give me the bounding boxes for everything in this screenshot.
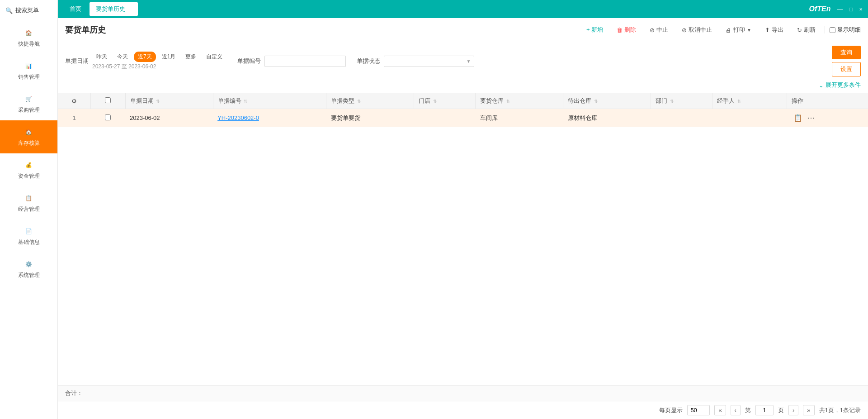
sidebar-item-purchase[interactable]: 🛒 采购管理 <box>0 87 57 120</box>
expand-more-btn[interactable]: ⌄ 展开更多条件 <box>819 81 861 89</box>
date-btn-yesterday[interactable]: 昨天 <box>92 52 111 62</box>
sort-handler-icon: ⇅ <box>737 99 741 104</box>
sidebar-item-sales[interactable]: 📊 销售管理 <box>0 54 57 87</box>
sidebar-item-system[interactable]: ⚙️ 系统管理 <box>0 252 57 286</box>
window-maximize-btn[interactable]: □ <box>849 6 853 13</box>
status-select-wrap: ▼ <box>384 56 474 67</box>
doc-no-link[interactable]: YH-20230602-0 <box>217 114 259 121</box>
th-handler[interactable]: 经手人 ⇅ <box>712 93 787 109</box>
tab-home[interactable]: 首页 <box>63 2 88 16</box>
action-buttons: 查询 设置 <box>832 46 861 76</box>
date-filter-label: 单据日期 <box>65 57 89 65</box>
money-icon: 💰 <box>24 160 34 171</box>
table-wrap: ⚙ 单据日期 ⇅ 单据编号 ⇅ 单据类型 <box>58 93 868 385</box>
row-doc-type: 要货单要货 <box>326 109 414 127</box>
expand-icon: ⌄ <box>819 82 824 89</box>
print-button[interactable]: 🖨 打印 ▼ <box>721 24 756 36</box>
filter-row: 单据日期 昨天 今天 近7天 近1月 更多 自定义 2023-05-27 至 2… <box>65 46 861 76</box>
date-range-text: 2023-05-27 至 2023-06-02 <box>92 63 226 71</box>
delete-button[interactable]: 🗑 删除 <box>612 24 641 36</box>
topbar-tabs: 首页 要货单历史 × <box>63 2 138 16</box>
row-edit-btn[interactable]: 📋 <box>792 113 804 123</box>
filter-doc-no: 单据编号 <box>237 56 346 67</box>
row-store <box>414 109 476 127</box>
doc-no-input[interactable] <box>264 56 346 67</box>
th-date[interactable]: 单据日期 ⇅ <box>125 93 213 109</box>
query-button[interactable]: 查询 <box>832 46 861 59</box>
filter-area: 单据日期 昨天 今天 近7天 近1月 更多 自定义 2023-05-27 至 2… <box>58 40 868 93</box>
export-button[interactable]: ⬆ 导出 <box>760 24 788 36</box>
tab-active[interactable]: 要货单历史 × <box>90 2 138 16</box>
page-label: 页 <box>778 406 784 414</box>
row-checkbox-cell <box>91 109 125 127</box>
row-num: 1 <box>58 109 91 127</box>
operations-icon: 📋 <box>24 193 34 204</box>
print-dropdown-icon: ▼ <box>747 28 751 33</box>
table-header-row: ⚙ 单据日期 ⇅ 单据编号 ⇅ 单据类型 <box>58 93 868 109</box>
refresh-icon: ↻ <box>797 27 802 33</box>
pagination: 每页显示 50 100 « ‹ 第 页 › » 共1页，1条记录 <box>58 401 868 419</box>
data-table: ⚙ 单据日期 ⇅ 单据编号 ⇅ 单据类型 <box>58 93 868 127</box>
stop-button[interactable]: ⊘ 中止 <box>645 24 673 36</box>
sidebar-item-inventory[interactable]: 🏠 库存核算 <box>0 120 57 153</box>
row-date: 2023-06-02 <box>125 109 213 127</box>
refresh-button[interactable]: ↻ 刷新 <box>793 24 820 36</box>
sidebar-item-operations[interactable]: 📋 经营管理 <box>0 186 57 219</box>
sort-dept-icon: ⇅ <box>670 99 674 104</box>
export-icon: ⬆ <box>765 27 770 33</box>
sidebar: 🔍 搜索菜单 🏠 快捷导航 📊 销售管理 🛒 采购管理 🏠 库存核算 💰 资金管… <box>0 0 58 419</box>
th-store[interactable]: 门店 ⇅ <box>414 93 476 109</box>
tab-close-icon[interactable]: × <box>128 5 132 13</box>
window-close-btn[interactable]: × <box>859 6 863 13</box>
table-row: 1 2023-06-02 YH-20230602-0 要货单要货 车间库 原材料… <box>58 109 868 127</box>
page-size-select[interactable]: 50 100 <box>687 405 710 415</box>
row-department <box>651 109 712 127</box>
sidebar-item-quick-nav[interactable]: 🏠 快捷导航 <box>0 21 57 54</box>
sidebar-item-label: 系统管理 <box>18 271 40 279</box>
topbar-right: OfTEn — □ × <box>809 5 863 13</box>
page-first-btn[interactable]: « <box>714 405 726 415</box>
page-number-input[interactable] <box>755 405 774 415</box>
sort-date-icon: ⇅ <box>156 99 160 104</box>
settings-button[interactable]: 设置 <box>832 62 861 76</box>
th-settings[interactable]: ⚙ <box>58 93 91 109</box>
sort-docno-icon: ⇅ <box>244 99 247 104</box>
sidebar-item-finance[interactable]: 💰 资金管理 <box>0 153 57 186</box>
date-btn-more[interactable]: 更多 <box>181 52 200 62</box>
row-more-btn[interactable]: ⋯ <box>806 113 816 123</box>
th-pending-warehouse[interactable]: 待出仓库 ⇅ <box>563 93 651 109</box>
sidebar-item-label: 资金管理 <box>18 172 40 180</box>
topbar: 首页 要货单历史 × OfTEn — □ × <box>58 0 868 18</box>
display-detail-toggle[interactable]: 显示明细 <box>830 26 861 34</box>
date-btn-7days[interactable]: 近7天 <box>134 52 156 62</box>
brand-logo: OfTEn <box>809 5 831 13</box>
row-doc-no: YH-20230602-0 <box>213 109 326 127</box>
new-button[interactable]: + 新增 <box>582 24 608 36</box>
th-doc-no[interactable]: 单据编号 ⇅ <box>213 93 326 109</box>
date-btn-today[interactable]: 今天 <box>113 52 132 62</box>
status-select[interactable] <box>384 56 474 67</box>
row-checkbox[interactable] <box>105 114 111 120</box>
page-prev-btn[interactable]: ‹ <box>731 405 741 415</box>
date-btn-1month[interactable]: 近1月 <box>158 52 180 62</box>
page-last-btn[interactable]: » <box>803 405 814 415</box>
sidebar-item-basic[interactable]: 📄 基础信息 <box>0 219 57 252</box>
th-req-warehouse[interactable]: 要货仓库 ⇅ <box>476 93 563 109</box>
toolbar: + 新增 🗑 删除 ⊘ 中止 ⊘ 取消中止 🖨 打印 ▼ <box>582 24 861 36</box>
sidebar-search[interactable]: 🔍 搜索菜单 <box>0 0 57 21</box>
page-content: 要货单历史 + 新增 🗑 删除 ⊘ 中止 ⊘ 取消中止 🖨 打印 <box>58 18 868 419</box>
page-next-btn[interactable]: › <box>788 405 798 415</box>
row-req-warehouse: 车间库 <box>476 109 563 127</box>
sidebar-search-label: 搜索菜单 <box>15 6 39 14</box>
th-doc-type[interactable]: 单据类型 ⇅ <box>326 93 414 109</box>
cancel-stop-button[interactable]: ⊘ 取消中止 <box>677 24 717 36</box>
sidebar-item-label: 基础信息 <box>18 238 40 246</box>
gear-icon: ⚙️ <box>24 259 34 270</box>
date-btn-custom[interactable]: 自定义 <box>202 52 226 62</box>
cancel-stop-icon: ⊘ <box>682 27 687 33</box>
row-pending-warehouse: 原材料仓库 <box>563 109 651 127</box>
th-department[interactable]: 部门 ⇅ <box>651 93 712 109</box>
display-detail-checkbox[interactable] <box>830 27 835 33</box>
window-minimize-btn[interactable]: — <box>837 6 843 13</box>
select-all-checkbox[interactable] <box>105 97 111 103</box>
